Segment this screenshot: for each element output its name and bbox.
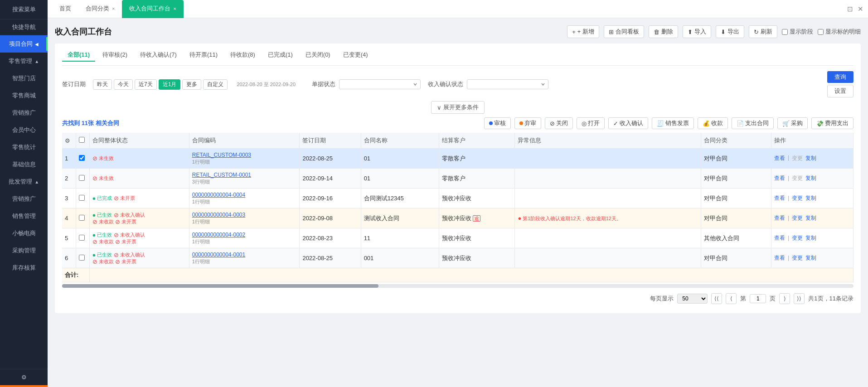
action-change-1b[interactable]: 变更 xyxy=(792,155,803,162)
sidebar-item-member[interactable]: 会员中心 xyxy=(0,121,48,139)
sidebar-item-retailmall[interactable]: 零售商城 xyxy=(0,87,48,104)
sidebar-item-baseinfo[interactable]: 基础信息 xyxy=(0,156,48,173)
sidebar-item-xiaochang[interactable]: 小畅电商 xyxy=(0,225,48,242)
page-input[interactable] xyxy=(750,294,766,303)
doc-status-select[interactable] xyxy=(339,79,421,89)
close-tab-workbench[interactable]: × xyxy=(173,6,176,11)
date-btn-more[interactable]: 更多 xyxy=(182,79,201,90)
action-view-6[interactable]: 查看 xyxy=(774,254,785,262)
sidebar-item-inventory[interactable]: 库存核算 xyxy=(0,259,48,276)
sub-tab-completed[interactable]: 已完成(1) xyxy=(262,49,298,62)
sidebar-quicknav[interactable]: 快捷导航 xyxy=(0,19,48,35)
row-checkbox-1[interactable] xyxy=(79,155,85,161)
sidebar-item-smartstore[interactable]: 智慧门店 xyxy=(0,70,48,87)
filter-setting-button[interactable]: 设置 xyxy=(827,85,853,97)
refresh-button[interactable]: ↻ 刷新 xyxy=(749,25,777,38)
page-size-select[interactable]: 20 50 100 xyxy=(677,294,708,304)
op-review[interactable]: 审核 xyxy=(484,117,511,129)
scrollbar-thumb[interactable] xyxy=(62,284,378,288)
action-view-4[interactable]: 查看 xyxy=(774,214,785,222)
page-last-btn[interactable]: ⟩⟩ xyxy=(794,293,805,304)
tab-home[interactable]: 首页 xyxy=(52,0,78,18)
action-change-4[interactable]: 变更 xyxy=(792,214,803,222)
contract-link-1[interactable]: RETAIL_CUSTOM-0003 xyxy=(192,152,251,158)
tab-income-workbench[interactable]: 收入合同工作台 × xyxy=(122,0,183,18)
sidebar-settings[interactable]: ⚙ xyxy=(0,369,48,385)
action-change-6[interactable]: 变更 xyxy=(792,254,803,262)
contract-link-3[interactable]: 0000000000004-0004 xyxy=(192,192,245,198)
action-copy-2[interactable]: 复制 xyxy=(805,174,816,182)
sidebar-item-purchase[interactable]: 采购管理 xyxy=(0,242,48,259)
sidebar-item-project[interactable]: 项目合同 ◀ xyxy=(0,35,48,53)
action-view-3[interactable]: 查看 xyxy=(774,194,785,202)
contract-link-2[interactable]: RETAIL_CUSTOM-0001 xyxy=(192,172,251,178)
delete-button[interactable]: 🗑 删除 xyxy=(649,25,678,38)
action-view-1[interactable]: 查看 xyxy=(774,155,785,162)
close-tab-category[interactable]: × xyxy=(112,6,115,11)
sub-tab-all[interactable]: 全部(11) xyxy=(62,49,95,62)
date-btn-1month[interactable]: 近1月 xyxy=(159,79,181,90)
date-btn-7days[interactable]: 近7天 xyxy=(135,79,157,90)
contract-link-6[interactable]: 0000000000004-0001 xyxy=(192,252,245,258)
row-checkbox-3[interactable] xyxy=(79,195,85,201)
sidebar-item-wholesale[interactable]: 批发管理 ▲ xyxy=(0,173,48,190)
action-view-5[interactable]: 查看 xyxy=(774,234,785,242)
action-copy-4[interactable]: 复制 xyxy=(805,214,816,222)
select-all-checkbox[interactable] xyxy=(79,137,85,143)
add-button[interactable]: + + 新增 xyxy=(567,25,599,38)
row-checkbox-4[interactable] xyxy=(79,215,85,221)
date-btn-today[interactable]: 今天 xyxy=(114,79,133,90)
action-copy-5[interactable]: 复制 xyxy=(805,234,816,242)
action-view-2[interactable]: 查看 xyxy=(774,174,785,182)
sub-tab-changed[interactable]: 已变更(4) xyxy=(338,49,373,62)
date-btn-custom[interactable]: 自定义 xyxy=(203,79,228,90)
row-checkbox-2[interactable] xyxy=(79,175,85,181)
contract-link-4[interactable]: 0000000000004-0003 xyxy=(192,212,245,218)
window-restore-icon[interactable]: ⊡ xyxy=(847,5,853,13)
sub-tab-pending-payment[interactable]: 待收款(8) xyxy=(225,49,261,62)
op-purchase[interactable]: 🛒 采购 xyxy=(777,117,808,129)
kanban-button[interactable]: ⊞ 合同看板 xyxy=(604,25,644,38)
th-settings[interactable]: ⚙ xyxy=(62,133,76,149)
sub-tab-pending-review[interactable]: 待审核(2) xyxy=(97,49,133,62)
income-confirm-select[interactable] xyxy=(467,79,548,89)
op-open[interactable]: ◎ 打开 xyxy=(577,117,605,129)
search-button[interactable]: 查询 xyxy=(827,71,853,83)
action-copy-3[interactable]: 复制 xyxy=(805,194,816,202)
sidebar-item-marketing2[interactable]: 营销推广 xyxy=(0,190,48,208)
op-close[interactable]: ⊘ 关闭 xyxy=(545,117,573,129)
show-stages-checkbox[interactable]: 显示阶段 xyxy=(782,28,813,36)
op-expense[interactable]: 💸 费用支出 xyxy=(811,117,853,129)
sub-tab-pending-invoice[interactable]: 待开票(11) xyxy=(184,49,223,62)
sub-tab-closed[interactable]: 已关闭(0) xyxy=(300,49,336,62)
action-change-2[interactable]: 变更 xyxy=(792,174,803,182)
page-first-btn[interactable]: ⟨⟨ xyxy=(711,293,722,304)
contract-link-5[interactable]: 0000000000004-0002 xyxy=(192,232,245,238)
export-button[interactable]: ⬇ 导出 xyxy=(716,25,744,38)
horizontal-scrollbar[interactable] xyxy=(62,284,853,288)
sidebar-search[interactable]: 搜索菜单 xyxy=(0,0,48,19)
op-sales-invoice[interactable]: 🧾 销售发票 xyxy=(652,117,694,129)
action-copy-6[interactable]: 复制 xyxy=(805,254,816,262)
op-expense-contract[interactable]: 📄 支出合同 xyxy=(732,117,774,129)
tab-contract-category[interactable]: 合同分类 × xyxy=(78,0,122,18)
action-change-3[interactable]: 变更 xyxy=(792,194,803,202)
show-details-checkbox[interactable]: 显示标的明细 xyxy=(818,28,861,36)
action-change-5[interactable]: 变更 xyxy=(792,234,803,242)
row-checkbox-5[interactable] xyxy=(79,235,85,241)
op-payment[interactable]: 💰 收款 xyxy=(698,117,728,129)
sidebar-item-salesmgmt[interactable]: 销售管理 xyxy=(0,208,48,225)
sidebar-item-retailstats[interactable]: 零售统计 xyxy=(0,139,48,156)
action-copy-1[interactable]: 复制 xyxy=(805,155,816,162)
sidebar-item-retail[interactable]: 零售管理 ▲ xyxy=(0,53,48,70)
window-close-icon[interactable]: ✕ xyxy=(858,5,863,13)
page-prev-btn[interactable]: ⟨ xyxy=(726,293,737,304)
expand-more-btn[interactable]: ∨ 展开更多条件 xyxy=(431,101,485,114)
op-income-confirm[interactable]: ✓ 收入确认 xyxy=(608,117,648,129)
import-button[interactable]: ⬆ 导入 xyxy=(683,25,711,38)
row-checkbox-6[interactable] xyxy=(79,255,85,261)
date-btn-yesterday[interactable]: 昨天 xyxy=(93,79,112,90)
page-next-btn[interactable]: ⟩ xyxy=(779,293,790,304)
sidebar-item-marketing1[interactable]: 营销推广 xyxy=(0,104,48,121)
action-change-1[interactable]: | xyxy=(788,155,789,162)
